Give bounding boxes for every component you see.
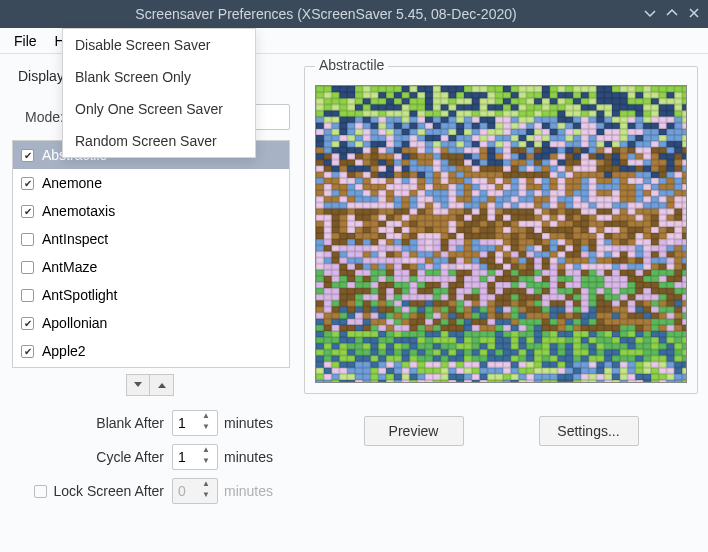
list-item-label: Apple2 bbox=[42, 343, 86, 359]
lock-after-unit: minutes bbox=[224, 483, 273, 499]
list-item-apollonian[interactable]: ✔ Apollonian bbox=[13, 309, 289, 337]
blank-after-spinbox[interactable]: ▲▼ bbox=[172, 410, 218, 436]
list-reorder-buttons bbox=[10, 374, 290, 396]
preview-canvas bbox=[315, 85, 687, 383]
timing-section: Blank After ▲▼ minutes Cycle After ▲▼ mi… bbox=[10, 410, 290, 512]
checkbox-icon[interactable]: ✔ bbox=[21, 289, 34, 302]
list-item-label: Apollonian bbox=[42, 315, 107, 331]
titlebar-buttons bbox=[644, 6, 700, 22]
content-area: Disable Screen Saver Blank Screen Only O… bbox=[0, 54, 708, 552]
titlebar: Screensaver Preferences (XScreenSaver 5.… bbox=[0, 0, 708, 28]
lock-after-row: Lock Screen After ▲▼ minutes bbox=[10, 478, 290, 504]
chevron-down-icon[interactable]: ▼ bbox=[199, 423, 213, 434]
menu-file[interactable]: File bbox=[6, 30, 45, 52]
chevron-down-icon[interactable]: ▼ bbox=[199, 457, 213, 468]
chevron-down-icon: ▼ bbox=[199, 491, 213, 502]
preview-button[interactable]: Preview bbox=[364, 416, 464, 446]
lock-after-spinbox: ▲▼ bbox=[172, 478, 218, 504]
list-item-label: Anemone bbox=[42, 175, 102, 191]
close-icon[interactable] bbox=[688, 6, 700, 22]
lock-after-input bbox=[173, 483, 199, 499]
checkbox-icon[interactable]: ✔ bbox=[21, 205, 34, 218]
list-item-anemotaxis[interactable]: ✔ Anemotaxis bbox=[13, 197, 289, 225]
preview-frame: Abstractile bbox=[304, 66, 698, 394]
list-item-apple2[interactable]: ✔ Apple2 bbox=[13, 337, 289, 365]
list-item-antmaze[interactable]: ✔ AntMaze bbox=[13, 253, 289, 281]
mode-dropdown-menu: Disable Screen Saver Blank Screen Only O… bbox=[62, 28, 256, 158]
list-item-anemone[interactable]: ✔ Anemone bbox=[13, 169, 289, 197]
list-item-label: AntSpotlight bbox=[42, 287, 118, 303]
list-item-label: AntInspect bbox=[42, 231, 108, 247]
checkbox-icon[interactable]: ✔ bbox=[21, 317, 34, 330]
cycle-after-unit: minutes bbox=[224, 449, 273, 465]
blank-after-input[interactable] bbox=[173, 415, 199, 431]
mode-option-blank-only[interactable]: Blank Screen Only bbox=[63, 61, 255, 93]
cycle-after-spinbox[interactable]: ▲▼ bbox=[172, 444, 218, 470]
lock-checkbox[interactable] bbox=[34, 485, 47, 498]
checkbox-icon[interactable]: ✔ bbox=[21, 233, 34, 246]
lock-after-label: Lock Screen After bbox=[53, 483, 164, 499]
list-item-antspotlight[interactable]: ✔ AntSpotlight bbox=[13, 281, 289, 309]
checkbox-icon[interactable]: ✔ bbox=[21, 149, 34, 162]
checkbox-icon[interactable]: ✔ bbox=[21, 261, 34, 274]
window-title: Screensaver Preferences (XScreenSaver 5.… bbox=[8, 6, 644, 22]
preview-legend: Abstractile bbox=[315, 57, 388, 73]
mode-option-random[interactable]: Random Screen Saver bbox=[63, 125, 255, 157]
mode-option-only-one[interactable]: Only One Screen Saver bbox=[63, 93, 255, 125]
button-row: Preview Settings... bbox=[304, 394, 698, 446]
move-up-button[interactable] bbox=[150, 374, 174, 396]
screensaver-list[interactable]: ✔ Abstractile ✔ Anemone ✔ Anemotaxis ✔ A… bbox=[12, 140, 290, 368]
list-item-label: AntMaze bbox=[42, 259, 97, 275]
blank-after-row: Blank After ▲▼ minutes bbox=[10, 410, 290, 436]
right-column: Abstractile Preview Settings... bbox=[290, 62, 698, 540]
checkbox-icon[interactable]: ✔ bbox=[21, 345, 34, 358]
move-down-button[interactable] bbox=[126, 374, 150, 396]
cycle-after-row: Cycle After ▲▼ minutes bbox=[10, 444, 290, 470]
blank-after-label: Blank After bbox=[10, 415, 172, 431]
maximize-icon[interactable] bbox=[666, 6, 678, 22]
checkbox-icon[interactable]: ✔ bbox=[21, 177, 34, 190]
mode-option-disable[interactable]: Disable Screen Saver bbox=[63, 29, 255, 61]
cycle-after-label: Cycle After bbox=[10, 449, 172, 465]
cycle-after-input[interactable] bbox=[173, 449, 199, 465]
list-item-label: Anemotaxis bbox=[42, 203, 115, 219]
list-item-antinspect[interactable]: ✔ AntInspect bbox=[13, 225, 289, 253]
blank-after-unit: minutes bbox=[224, 415, 273, 431]
settings-button[interactable]: Settings... bbox=[539, 416, 639, 446]
minimize-icon[interactable] bbox=[644, 6, 656, 22]
